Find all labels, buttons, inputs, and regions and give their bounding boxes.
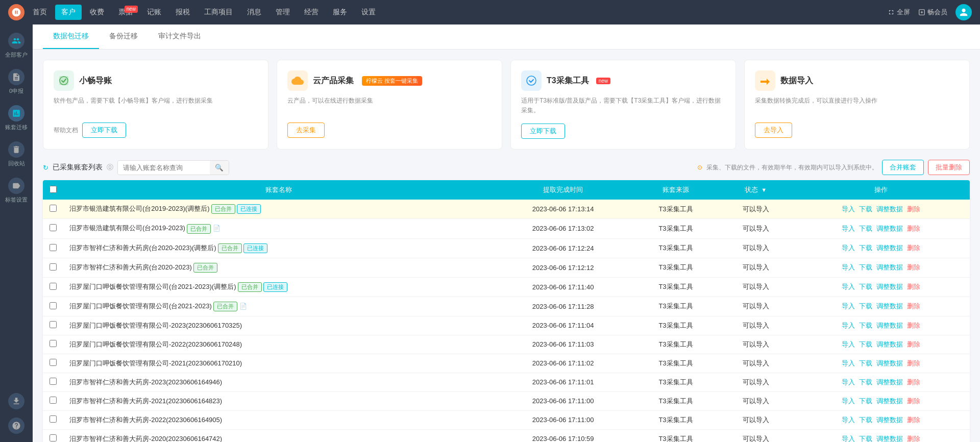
list-help-icon[interactable]: ⓪ — [107, 163, 113, 172]
row-checkbox-3[interactable] — [50, 263, 57, 271]
row-checkbox-5[interactable] — [50, 302, 57, 309]
merge-button[interactable]: 合并账套 — [882, 160, 924, 175]
fullscreen-button[interactable]: 全屏 — [888, 8, 910, 17]
action-导入-button[interactable]: 导入 — [840, 243, 857, 253]
action-删除-button[interactable]: 删除 — [905, 243, 922, 253]
action-导入-button[interactable]: 导入 — [840, 224, 857, 233]
action-调整数据-button[interactable]: 调整数据 — [874, 243, 905, 253]
action-调整数据-button[interactable]: 调整数据 — [874, 205, 905, 214]
action-导入-button[interactable]: 导入 — [840, 205, 857, 214]
nav-manage[interactable]: 管理 — [270, 5, 296, 20]
row-checkbox-4[interactable] — [50, 283, 57, 290]
action-删除-button[interactable]: 删除 — [905, 434, 922, 442]
sidebar-item-recycle[interactable]: 回收站 — [0, 137, 33, 171]
action-下载-button[interactable]: 下载 — [857, 224, 874, 233]
nav-message[interactable]: 消息 — [241, 5, 267, 20]
tab-audit-export[interactable]: 审计文件导出 — [148, 24, 211, 49]
action-删除-button[interactable]: 删除 — [905, 359, 922, 368]
action-导入-button[interactable]: 导入 — [840, 282, 857, 291]
action-导入-button[interactable]: 导入 — [840, 434, 857, 442]
help-doc-link[interactable]: 帮助文档 — [54, 126, 78, 135]
action-下载-button[interactable]: 下载 — [857, 415, 874, 425]
action-删除-button[interactable]: 删除 — [905, 205, 922, 214]
row-checkbox-0[interactable] — [50, 205, 57, 212]
action-调整数据-button[interactable]: 调整数据 — [874, 434, 905, 442]
nav-fee[interactable]: 收费 — [84, 5, 110, 20]
row-checkbox-7[interactable] — [50, 340, 57, 347]
sidebar-help[interactable] — [6, 413, 27, 438]
action-删除-button[interactable]: 删除 — [905, 397, 922, 406]
batch-delete-button[interactable]: 批量删除 — [928, 160, 970, 175]
action-调整数据-button[interactable]: 调整数据 — [874, 359, 905, 368]
sidebar-item-tag-settings[interactable]: 标签设置 — [0, 174, 33, 208]
user-avatar[interactable] — [955, 4, 972, 20]
action-下载-button[interactable]: 下载 — [857, 340, 874, 349]
action-下载-button[interactable]: 下载 — [857, 282, 874, 291]
action-导入-button[interactable]: 导入 — [840, 397, 857, 406]
download-t3-button[interactable]: 立即下载 — [521, 124, 565, 139]
nav-invoice[interactable]: 票据 new — [112, 5, 139, 20]
app-logo[interactable] — [8, 4, 24, 20]
status-filter-icon[interactable]: ▼ — [761, 187, 767, 193]
action-调整数据-button[interactable]: 调整数据 — [874, 321, 905, 330]
action-导入-button[interactable]: 导入 — [840, 321, 857, 330]
action-删除-button[interactable]: 删除 — [905, 263, 922, 272]
nav-operation[interactable]: 经营 — [298, 5, 325, 20]
action-导入-button[interactable]: 导入 — [840, 340, 857, 349]
action-导入-button[interactable]: 导入 — [840, 415, 857, 425]
sidebar-item-all-clients[interactable]: 全部客户 — [0, 29, 33, 63]
row-checkbox-9[interactable] — [50, 378, 57, 385]
row-checkbox-8[interactable] — [50, 359, 57, 366]
nav-settings[interactable]: 设置 — [355, 5, 382, 20]
go-import-button[interactable]: 去导入 — [755, 122, 792, 138]
row-checkbox-6[interactable] — [50, 321, 57, 328]
action-删除-button[interactable]: 删除 — [905, 415, 922, 425]
nav-home[interactable]: 首页 — [27, 5, 53, 20]
member-button[interactable]: 畅会员 — [918, 8, 947, 17]
action-调整数据-button[interactable]: 调整数据 — [874, 378, 905, 387]
action-删除-button[interactable]: 删除 — [905, 302, 922, 311]
action-调整数据-button[interactable]: 调整数据 — [874, 224, 905, 233]
tab-backup-migrate[interactable]: 备份迁移 — [99, 24, 148, 49]
action-下载-button[interactable]: 下载 — [857, 359, 874, 368]
nav-service[interactable]: 服务 — [327, 5, 353, 20]
sidebar-item-account-migrate[interactable]: 账套迁移 — [0, 101, 33, 135]
nav-tax[interactable]: 报税 — [169, 5, 196, 20]
row-checkbox-12[interactable] — [50, 434, 57, 441]
select-all-checkbox[interactable] — [50, 186, 57, 193]
nav-accounting[interactable]: 记账 — [141, 5, 167, 20]
search-button[interactable]: 🔍 — [210, 161, 229, 175]
row-checkbox-2[interactable] — [50, 244, 57, 251]
tab-data-migrate[interactable]: 数据包迁移 — [43, 24, 99, 49]
action-调整数据-button[interactable]: 调整数据 — [874, 282, 905, 291]
action-导入-button[interactable]: 导入 — [840, 378, 857, 387]
action-下载-button[interactable]: 下载 — [857, 302, 874, 311]
action-调整数据-button[interactable]: 调整数据 — [874, 263, 905, 272]
row-checkbox-11[interactable] — [50, 415, 57, 423]
action-调整数据-button[interactable]: 调整数据 — [874, 302, 905, 311]
action-下载-button[interactable]: 下载 — [857, 434, 874, 442]
action-下载-button[interactable]: 下载 — [857, 205, 874, 214]
action-调整数据-button[interactable]: 调整数据 — [874, 415, 905, 425]
action-下载-button[interactable]: 下载 — [857, 263, 874, 272]
sidebar-item-zero-declare[interactable]: 0申报 — [0, 65, 33, 99]
download-xiaozhang-button[interactable]: 立即下载 — [82, 122, 126, 138]
nav-business[interactable]: 工商项目 — [198, 5, 239, 20]
action-导入-button[interactable]: 导入 — [840, 302, 857, 311]
row-checkbox-1[interactable] — [50, 224, 57, 231]
action-删除-button[interactable]: 删除 — [905, 378, 922, 387]
sidebar-download[interactable] — [6, 389, 27, 413]
action-删除-button[interactable]: 删除 — [905, 340, 922, 349]
row-checkbox-10[interactable] — [50, 397, 57, 404]
action-导入-button[interactable]: 导入 — [840, 263, 857, 272]
action-下载-button[interactable]: 下载 — [857, 321, 874, 330]
action-导入-button[interactable]: 导入 — [840, 359, 857, 368]
action-删除-button[interactable]: 删除 — [905, 321, 922, 330]
action-调整数据-button[interactable]: 调整数据 — [874, 340, 905, 349]
action-删除-button[interactable]: 删除 — [905, 282, 922, 291]
action-下载-button[interactable]: 下载 — [857, 243, 874, 253]
collect-cloud-button[interactable]: 去采集 — [287, 122, 325, 138]
action-调整数据-button[interactable]: 调整数据 — [874, 397, 905, 406]
action-删除-button[interactable]: 删除 — [905, 224, 922, 233]
nav-customer[interactable]: 客户 — [55, 5, 82, 20]
